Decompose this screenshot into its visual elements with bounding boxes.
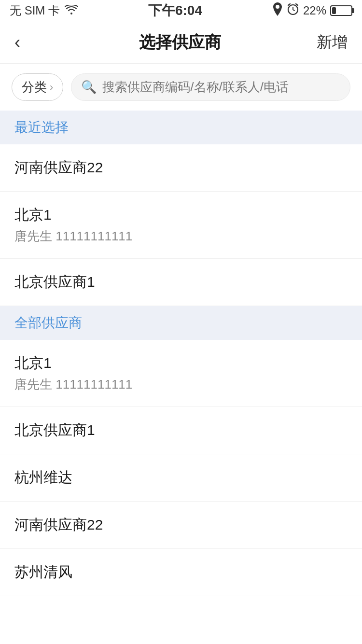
- list-item[interactable]: 北京1唐先生 11111111111: [0, 340, 362, 407]
- chevron-right-icon: ›: [50, 81, 53, 94]
- category-label: 分类: [22, 79, 47, 96]
- back-button[interactable]: ‹: [14, 32, 43, 53]
- item-name: 苏州清风: [14, 562, 348, 582]
- wifi-icon: [65, 4, 78, 17]
- status-left: 无 SIM 卡: [10, 3, 78, 18]
- filter-bar: 分类 › 🔍: [0, 64, 362, 111]
- nav-bar: ‹ 选择供应商 新增: [0, 21, 362, 64]
- all-section-header: 全部供应商: [0, 306, 362, 340]
- list-item[interactable]: 苏州清风: [0, 549, 362, 596]
- location-icon: [272, 2, 283, 19]
- item-sub: 唐先生 11111111111: [14, 228, 348, 245]
- list-item[interactable]: 河南供应商22: [0, 502, 362, 549]
- item-name: 河南供应商22: [14, 158, 348, 178]
- category-button[interactable]: 分类 ›: [12, 73, 63, 101]
- item-name: 北京供应商1: [14, 420, 348, 440]
- item-name: 北京供应商1: [14, 272, 348, 292]
- list-item[interactable]: 河南供应商22: [0, 144, 362, 192]
- search-icon: 🔍: [81, 80, 97, 95]
- sim-label: 无 SIM 卡: [10, 3, 60, 18]
- search-box[interactable]: 🔍: [71, 73, 350, 101]
- recent-list: 河南供应商22北京1唐先生 11111111111北京供应商1: [0, 144, 362, 306]
- status-right: 22%: [272, 2, 352, 19]
- status-time: 下午6:04: [148, 1, 202, 20]
- item-name: 北京1: [14, 353, 348, 373]
- item-name: 河南供应商22: [14, 515, 348, 535]
- item-name: 杭州维达: [14, 468, 348, 488]
- add-button[interactable]: 新增: [317, 32, 348, 53]
- status-bar: 无 SIM 卡 下午6:04 22%: [0, 0, 362, 21]
- list-item[interactable]: 杭州维达: [0, 454, 362, 502]
- list-item[interactable]: 北京供应商1: [0, 407, 362, 454]
- page-title: 选择供应商: [139, 31, 221, 54]
- all-list: 北京1唐先生 11111111111北京供应商1杭州维达河南供应商22苏州清风: [0, 340, 362, 596]
- item-sub: 唐先生 11111111111: [14, 376, 348, 393]
- recent-section-header: 最近选择: [0, 111, 362, 144]
- alarm-icon: [287, 3, 299, 18]
- search-input[interactable]: [102, 80, 340, 95]
- list-item[interactable]: 北京供应商1: [0, 259, 362, 306]
- list-item[interactable]: 北京1唐先生 11111111111: [0, 192, 362, 259]
- item-name: 北京1: [14, 205, 348, 225]
- battery-percent: 22%: [303, 4, 326, 17]
- battery-icon: [330, 5, 352, 16]
